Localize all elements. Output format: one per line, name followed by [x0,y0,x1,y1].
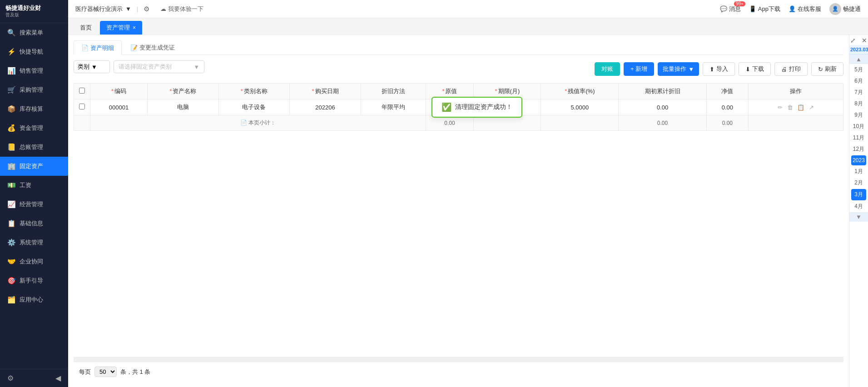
box-icon: 📦 [7,105,16,113]
experience-button[interactable]: ☁ 我要体验一下 [160,5,203,13]
sidebar-item-label: 库存核算 [20,105,43,113]
col-header-net-value: 净值 [706,84,748,99]
company-selector[interactable]: 医疗器械行业演示 ▼ [75,5,131,13]
category-filter[interactable]: 类别 ▼ [74,60,110,73]
row-checkbox[interactable] [79,104,85,109]
tab-home[interactable]: 首页 [74,21,98,35]
table-header-checkbox[interactable] [74,84,90,99]
sidebar-item-inventory[interactable]: 📦 库存核算 [0,99,68,119]
home-tab-label: 首页 [80,24,92,31]
right-panel-close-button[interactable]: ✕ [862,37,867,44]
cloud-icon: ☁ [160,5,166,12]
cal-month-4[interactable]: 4月 [849,201,868,212]
topbar-gear-icon[interactable]: ⚙ [144,5,149,13]
refresh-button[interactable]: ↻ 刷新 [811,62,843,76]
cal-month-6[interactable]: 6月 [849,75,868,87]
per-page-select[interactable]: 50 [94,367,117,377]
subtab-asset-detail[interactable]: 📄 资产明细 [74,40,122,55]
tab-close-icon[interactable]: × [133,25,136,31]
col-header-category: *类别名称 [218,84,290,99]
right-panel-expand-button[interactable]: ⤢ [850,37,856,44]
sidebar-item-label: 采购管理 [20,86,43,94]
subtab-icon: 📄 [81,45,89,51]
sidebar-item-purchase[interactable]: 🛒 采购管理 [0,80,68,99]
horizontal-scrollbar[interactable] [74,357,843,362]
online-service-button[interactable]: 👤 在线客服 [789,5,821,13]
collapse-icon[interactable]: ◀ [55,374,61,382]
sidebar-item-sales[interactable]: 📊 销售管理 [0,61,68,80]
cell-residual-rate: 5.0000 [541,99,619,115]
col-header-purchase-date: *购买日期 [290,84,361,99]
cal-year-2023[interactable]: 2023 [851,155,866,165]
cal-month-12[interactable]: 12月 [849,144,868,155]
search-icon: 🔍 [7,29,16,37]
cal-month-9[interactable]: 9月 [849,109,868,121]
input-dropdown-icon: ▼ [193,64,199,70]
cal-month-3[interactable]: 3月 [851,189,866,200]
company-dropdown-icon: ▼ [125,5,131,12]
app-download-button[interactable]: 📱 App下载 [749,5,780,13]
dl-icon: ⬇ [745,66,750,73]
cal-month-7[interactable]: 7月 [849,87,868,98]
sidebar-item-fixed-assets[interactable]: 🏢 固定资产 [0,157,68,176]
calendar-scroll-up[interactable]: ▲ [849,55,868,64]
sidebar-item-app-center[interactable]: 🗂️ 应用中心 [0,290,68,309]
sidebar-item-payroll[interactable]: 💵 工资 [0,176,68,195]
reconcile-button[interactable]: 对账 [595,62,620,76]
subtotal-label: 📄 本页小计： [90,115,426,131]
sidebar-item-label: 系统管理 [20,238,43,247]
book-icon: 📒 [7,143,16,151]
sidebar-item-basic-info[interactable]: 📋 基础信息 [0,214,68,233]
sidebar-item-label: 新手引导 [20,277,43,285]
cell-initial-depreciation: 0.00 [619,99,707,115]
sidebar-item-operations[interactable]: 📈 经营管理 [0,195,68,214]
calendar-scroll-down[interactable]: ▼ [849,212,868,222]
cal-month-1[interactable]: 1月 [849,166,868,177]
sidebar-item-collab[interactable]: 🤝 企业协同 [0,252,68,271]
batch-ops-button[interactable]: 批量操作 ▼ [658,62,699,76]
cell-net-value: 0.00 [706,99,748,115]
sidebar-item-finance[interactable]: 💰 资金管理 [0,119,68,138]
category-input[interactable]: 请选择固定资产类别 ▼ [114,60,204,73]
sidebar-item-label: 经营管理 [20,200,43,208]
import-button[interactable]: ⬆ 导入 [703,62,735,76]
messages-button[interactable]: 💬 消息 99+ [720,5,741,13]
new-button[interactable]: + 新增 [624,62,654,76]
apps-icon: 🗂️ [7,296,16,304]
tab-asset-management[interactable]: 资产管理 × [100,21,142,35]
cal-month-2[interactable]: 2月 [849,177,868,189]
row-checkbox-cell[interactable] [74,99,90,115]
user-menu[interactable]: 👤 畅捷通 [829,3,861,15]
sidebar-nav: 🔍 搜索菜单 ⚡ 快捷导航 📊 销售管理 🛒 采购管理 📦 库存核算 💰 资金管… [0,23,68,369]
subtab2-icon: 📝 [130,45,138,51]
filter-dropdown-icon: ▼ [91,64,97,70]
col-header-code: *编码 [90,84,148,99]
cal-month-5[interactable]: 5月 [849,64,868,75]
sidebar-item-guide[interactable]: 🎯 新手引导 [0,271,68,290]
select-all-checkbox[interactable] [79,88,85,94]
money-icon: 💰 [7,124,16,132]
cal-month-10[interactable]: 10月 [849,121,868,132]
sidebar-item-ledger[interactable]: 📒 总账管理 [0,138,68,157]
settings-icon[interactable]: ⚙ [7,374,14,382]
sidebar-item-system[interactable]: ⚙️ 系统管理 [0,233,68,252]
more-icon[interactable]: ↗ [809,104,814,111]
copy-icon[interactable]: 📋 [797,104,804,111]
download-button[interactable]: ⬇ 下载 [739,62,771,76]
subtab-change-voucher[interactable]: 📝 变更生成凭证 [123,40,183,55]
print-label: 打印 [789,65,801,73]
print-button[interactable]: 🖨 打印 [774,62,808,76]
edit-icon[interactable]: ✏ [778,104,783,111]
batch-dropdown-icon: ▼ [688,66,694,73]
col-header-actions: 操作 [748,84,843,99]
sidebar-item-search[interactable]: 🔍 搜索菜单 [0,23,68,42]
sidebar-footer: ⚙ ◀ [0,369,68,387]
cell-purchase-date: 202206 [290,99,361,115]
building-icon: 🏢 [7,162,16,170]
delete-icon[interactable]: 🗑 [787,104,793,111]
cal-month-8[interactable]: 8月 [849,98,868,109]
sidebar-item-quicknav[interactable]: ⚡ 快捷导航 [0,42,68,61]
cell-actions: ✏ 🗑 📋 ↗ [748,99,843,115]
cal-month-11[interactable]: 11月 [849,132,868,144]
sidebar-item-label: 工资 [20,181,31,189]
